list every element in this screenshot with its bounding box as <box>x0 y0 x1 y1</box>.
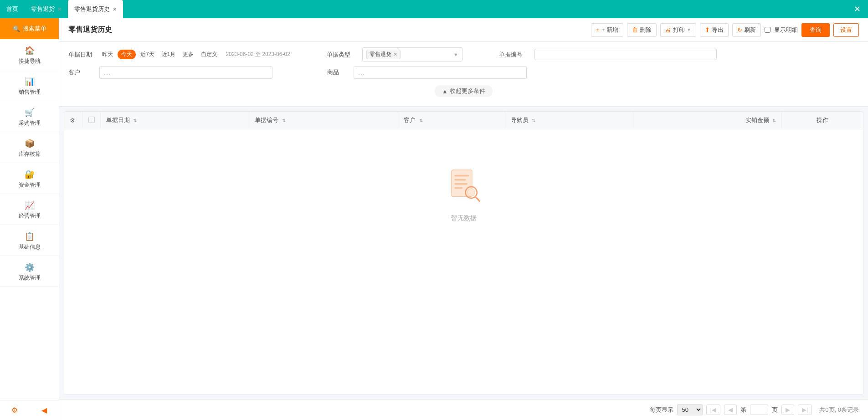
th-guide-label: 导购员 <box>511 117 529 123</box>
sidebar-search-button[interactable]: 🔍 搜索菜单 <box>0 18 59 39</box>
sidebar-item-quick-nav[interactable]: 🏠 快捷导航 <box>0 39 59 70</box>
date-filter-label: 单据日期 <box>68 51 96 59</box>
window-close-button[interactable]: ✕ <box>847 4 868 14</box>
first-page-button[interactable]: |◀ <box>706 405 720 415</box>
goods-input[interactable]: … <box>354 66 527 79</box>
query-button[interactable]: 查询 <box>801 23 830 37</box>
date-opt-today[interactable]: 今天 <box>118 50 136 59</box>
print-button[interactable]: 🖨 打印 ▼ <box>660 23 696 37</box>
tab-retail-return-close[interactable]: ✕ <box>57 6 62 12</box>
next-page-button[interactable]: ▶ <box>781 405 794 415</box>
th-customer-label: 客户 <box>404 117 416 123</box>
show-detail-checkbox-wrap[interactable]: 显示明细 <box>765 26 798 34</box>
date-opt-last1m[interactable]: 近1月 <box>159 50 179 59</box>
date-opt-yesterday[interactable]: 昨天 <box>99 50 116 59</box>
sidebar-item-operation-mgmt[interactable]: 📈 经营管理 <box>0 194 59 225</box>
th-operate-label: 操作 <box>817 117 828 123</box>
settings-icon[interactable]: ⚙ <box>70 117 75 124</box>
sidebar-settings-button[interactable]: ⚙ <box>0 400 30 420</box>
refresh-label: 刷新 <box>744 26 756 34</box>
query-label: 查询 <box>810 26 822 33</box>
sidebar-item-basic-info[interactable]: 📋 基础信息 <box>0 225 59 256</box>
date-options: 昨天 今天 近7天 近1月 更多 自定义 <box>99 50 220 59</box>
sidebar-item-finance-mgmt[interactable]: 🔐 资金管理 <box>0 163 59 194</box>
page-number-input[interactable]: 1 <box>750 405 768 415</box>
customer-filter-label: 客户 <box>68 68 96 77</box>
th-operate: 操作 <box>782 112 863 129</box>
sidebar-collapse-button[interactable]: ◀ <box>30 400 59 420</box>
doc-type-tag: 零售退货 ✕ <box>366 50 401 59</box>
customer-input[interactable]: … <box>99 66 272 79</box>
th-doc-date-label: 单据日期 <box>106 117 130 123</box>
data-table: ⚙ 单据日期 ⇅ 单据编号 ⇅ <box>64 112 863 250</box>
basic-info-icon: 📋 <box>25 231 35 241</box>
search-icon: 🔍 <box>13 26 20 32</box>
last-page-button[interactable]: ▶| <box>798 405 812 415</box>
prev-page-button[interactable]: ◀ <box>724 405 737 415</box>
th-settings[interactable]: ⚙ <box>64 112 82 129</box>
doc-type-tag-close[interactable]: ✕ <box>393 51 397 57</box>
th-customer-sort-icon: ⇅ <box>419 118 423 123</box>
th-actual-amount[interactable]: 实销金额 ⇅ <box>633 112 782 129</box>
delete-button[interactable]: 🗑 删除 <box>627 23 657 37</box>
page-header: 零售退货历史 + + 新增 🗑 删除 🖨 打印 ▼ ⬆ 导出 <box>59 18 868 42</box>
collapse-button[interactable]: ▲ 收起更多条件 <box>435 85 493 97</box>
goods-placeholder: … <box>358 68 365 77</box>
main-layout: 🔍 搜索菜单 🏠 快捷导航 📊 销售管理 🛒 采购管理 📦 库存核算 🔐 资金管… <box>0 18 868 420</box>
sidebar-item-system-mgmt[interactable]: ⚙️ 系统管理 <box>0 256 59 287</box>
empty-illustration <box>443 166 484 207</box>
new-icon: + <box>596 26 600 33</box>
date-opt-last7[interactable]: 近7天 <box>138 50 157 59</box>
th-checkbox[interactable] <box>82 112 100 129</box>
refresh-icon: ↻ <box>737 26 742 33</box>
show-detail-checkbox[interactable] <box>765 27 770 33</box>
goods-filter-label: 商品 <box>327 68 350 77</box>
tab-retail-return-history-close[interactable]: ✕ <box>113 6 117 12</box>
tab-retail-return-label: 零售退货 <box>31 5 55 13</box>
sidebar-item-finance-mgmt-label: 资金管理 <box>19 181 41 189</box>
tab-retail-return-history[interactable]: 零售退货历史 ✕ <box>68 0 123 18</box>
th-doc-number[interactable]: 单据编号 ⇅ <box>249 112 398 129</box>
svg-rect-2 <box>454 179 466 181</box>
date-opt-custom[interactable]: 自定义 <box>198 50 220 59</box>
sidebar-item-sales-mgmt[interactable]: 📊 销售管理 <box>0 70 59 101</box>
finance-icon: 🔐 <box>25 169 35 179</box>
doc-type-filter-label: 单据类型 <box>327 51 359 59</box>
refresh-button[interactable]: ↻ 刷新 <box>732 23 761 37</box>
sidebar-item-basic-info-label: 基础信息 <box>19 243 41 251</box>
table-body: 暂无数据 <box>64 129 863 250</box>
page-unit: 页 <box>772 406 778 414</box>
th-doc-date[interactable]: 单据日期 ⇅ <box>100 112 249 129</box>
sidebar-item-inventory[interactable]: 📦 库存核算 <box>0 132 59 163</box>
tab-home[interactable]: 首页 <box>0 0 25 18</box>
sidebar-bottom: ⚙ ◀ <box>0 400 59 420</box>
print-label: 打印 <box>673 26 685 34</box>
empty-state: 暂无数据 <box>64 129 863 250</box>
new-button[interactable]: + + 新增 <box>591 23 623 37</box>
export-button[interactable]: ⬆ 导出 <box>700 23 729 37</box>
export-icon: ⬆ <box>705 26 710 33</box>
per-page-select[interactable]: 20 50 100 <box>677 404 703 415</box>
doc-number-input[interactable] <box>534 49 717 60</box>
doc-type-select[interactable]: 零售退货 ✕ ▼ <box>362 47 462 61</box>
select-all-checkbox[interactable] <box>88 117 95 123</box>
filter-area: 单据日期 昨天 今天 近7天 近1月 更多 自定义 2023-06-02 至 2… <box>59 42 868 107</box>
svg-rect-1 <box>454 175 469 177</box>
empty-text: 暂无数据 <box>451 214 477 222</box>
svg-point-6 <box>467 189 475 196</box>
sidebar-item-quick-nav-label: 快捷导航 <box>19 57 41 65</box>
th-customer[interactable]: 客户 ⇅ <box>398 112 505 129</box>
th-doc-date-sort-icon: ⇅ <box>133 118 137 123</box>
doc-type-tag-label: 零售退货 <box>370 51 391 58</box>
date-opt-more[interactable]: 更多 <box>180 50 196 59</box>
export-label: 导出 <box>712 26 724 34</box>
empty-state-row: 暂无数据 <box>64 129 863 250</box>
tab-retail-return[interactable]: 零售退货 ✕ <box>25 0 68 18</box>
setting-button[interactable]: 设置 <box>833 23 859 37</box>
sidebar-search-label: 搜索菜单 <box>23 25 46 33</box>
sidebar-item-purchase-mgmt[interactable]: 🛒 采购管理 <box>0 101 59 132</box>
th-guide[interactable]: 导购员 ⇅ <box>505 112 633 129</box>
print-icon: 🖨 <box>665 26 671 33</box>
sidebar-item-operation-mgmt-label: 经营管理 <box>19 212 41 220</box>
print-dropdown-icon: ▼ <box>687 27 691 32</box>
